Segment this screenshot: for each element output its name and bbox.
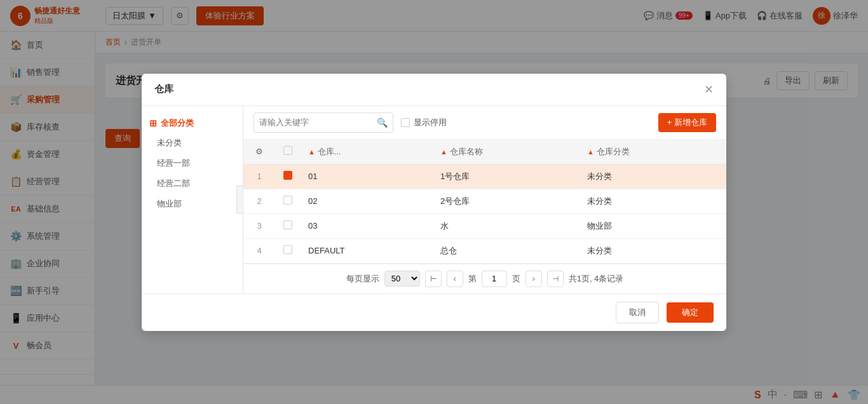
row-code: DEFAULT	[301, 238, 433, 263]
row-category: 未分类	[580, 238, 726, 263]
category-item-uncategorized[interactable]: 未分类	[142, 133, 243, 153]
sort-icon: ▲	[308, 148, 315, 156]
all-categories-label: 全部分类	[161, 118, 194, 129]
row-index: 4	[243, 238, 275, 263]
sort-icon2: ▲	[440, 148, 447, 156]
row-category: 物业部	[580, 213, 726, 238]
col-code[interactable]: ▲ 仓库...	[301, 140, 433, 165]
cancel-button[interactable]: 取消	[616, 302, 659, 323]
col-name[interactable]: ▲ 仓库名称	[433, 140, 580, 165]
modal-title: 仓库	[154, 83, 173, 95]
show-disabled-checkbox[interactable]	[401, 118, 410, 127]
col-checkbox[interactable]	[275, 140, 301, 165]
category-item-property[interactable]: 物业部	[142, 194, 243, 214]
col-category[interactable]: ▲ 仓库分类	[580, 140, 726, 165]
table-row[interactable]: 2 02 2号仓库 未分类	[243, 189, 726, 213]
page-label: 第	[468, 273, 477, 285]
modal-body: ⊞ 全部分类 未分类 经营一部 经营二部 物业部 《 🔍	[142, 106, 726, 293]
modal-close-button[interactable]: ✕	[704, 83, 714, 97]
row-category: 未分类	[580, 189, 726, 213]
category-item-dept2[interactable]: 经营二部	[142, 173, 243, 194]
row-checkbox[interactable]	[275, 189, 301, 213]
confirm-button[interactable]: 确定	[667, 302, 714, 323]
row-name: 2号仓库	[433, 189, 580, 213]
row-checkbox[interactable]	[275, 213, 301, 238]
row-name: 1号仓库	[433, 164, 580, 189]
table-row[interactable]: 4 DEFAULT 总仓 未分类	[243, 238, 726, 263]
warehouse-modal: 仓库 ✕ ⊞ 全部分类 未分类 经营一部 经营二部 物业部 《	[142, 74, 726, 331]
page-input[interactable]	[482, 271, 507, 287]
modal-category-sidebar: ⊞ 全部分类 未分类 经营一部 经营二部 物业部 《	[142, 106, 243, 293]
total-info: 共1页, 4条记录	[569, 273, 624, 285]
page-unit: 页	[512, 273, 520, 285]
row-name: 水	[433, 213, 580, 238]
category-item-dept1[interactable]: 经营一部	[142, 153, 243, 173]
modal-header: 仓库 ✕	[142, 74, 726, 106]
page-first-btn[interactable]: ⊢	[425, 271, 442, 287]
row-code: 03	[301, 213, 433, 238]
page-prev-btn[interactable]: ‹	[447, 271, 463, 287]
table-row[interactable]: 1 01 1号仓库 未分类	[243, 164, 726, 189]
row-index: 3	[243, 213, 275, 238]
row-code: 01	[301, 164, 433, 189]
per-page-select[interactable]: 50 20 100	[384, 271, 420, 286]
modal-overlay: 仓库 ✕ ⊞ 全部分类 未分类 经营一部 经营二部 物业部 《	[0, 0, 868, 404]
row-code: 02	[301, 189, 433, 213]
row-checkbox[interactable]	[275, 164, 301, 189]
col-settings[interactable]: ⚙	[243, 140, 275, 165]
all-categories-item[interactable]: ⊞ 全部分类	[142, 114, 243, 133]
show-disabled-label: 显示停用	[414, 117, 447, 128]
search-input[interactable]	[259, 118, 377, 127]
modal-footer: 取消 确定	[142, 293, 726, 331]
row-category: 未分类	[580, 164, 726, 189]
table-header-row: ⚙ ▲ 仓库... ▲ 仓库名称	[243, 140, 726, 165]
row-index: 2	[243, 189, 275, 213]
grid-icon: ⊞	[149, 118, 157, 128]
show-disabled-toggle[interactable]: 显示停用	[401, 117, 447, 128]
search-icon: 🔍	[377, 118, 388, 128]
add-warehouse-button[interactable]: + 新增仓库	[658, 113, 716, 132]
sidebar-collapse-button[interactable]: 《	[236, 185, 243, 213]
toolbar-right: + 新增仓库	[658, 113, 716, 132]
row-index: 1	[243, 164, 275, 189]
page-next-btn[interactable]: ›	[526, 271, 542, 287]
table-row[interactable]: 3 03 水 物业部	[243, 213, 726, 238]
sort-icon3: ▲	[587, 148, 594, 156]
modal-pagination: 每页显示 50 20 100 ⊢ ‹ 第 页 › ⊣ 共1页, 4条记录	[243, 264, 726, 293]
row-checkbox[interactable]	[275, 238, 301, 263]
modal-toolbar: 🔍 显示停用 + 新增仓库	[243, 106, 726, 140]
search-box: 🔍	[254, 112, 393, 133]
page-last-btn[interactable]: ⊣	[547, 271, 564, 287]
per-page-label: 每页显示	[346, 273, 379, 285]
warehouse-table: ⚙ ▲ 仓库... ▲ 仓库名称	[243, 140, 726, 264]
warehouse-table-wrap: ⚙ ▲ 仓库... ▲ 仓库名称	[243, 140, 726, 264]
modal-main: 🔍 显示停用 + 新增仓库 ⚙	[243, 106, 726, 293]
row-name: 总仓	[433, 238, 580, 263]
